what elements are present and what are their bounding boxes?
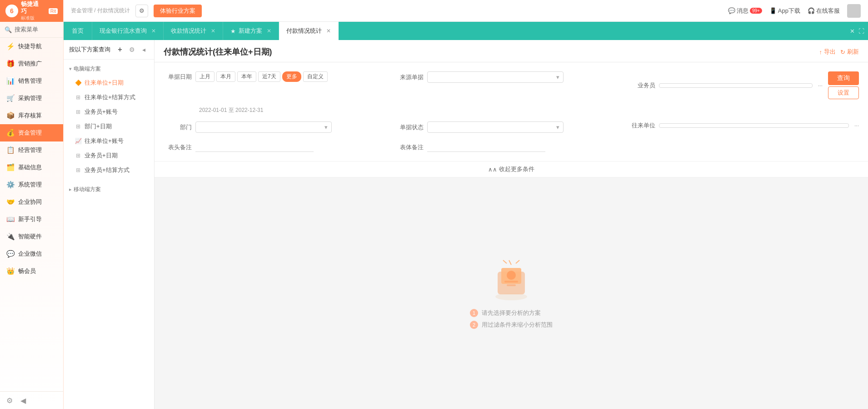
dept-chevron [324, 124, 328, 131]
message-icon: 💬 [728, 7, 735, 14]
date-btn-more[interactable]: 更多 [282, 71, 301, 82]
source-select[interactable] [427, 71, 564, 83]
avatar[interactable] [847, 4, 861, 18]
settings-btn[interactable]: 设置 [828, 86, 859, 99]
date-btn-this-month[interactable]: 本月 [216, 71, 235, 82]
scheme-item-partner-date[interactable]: 🔶 往来单位+日期 [64, 76, 154, 90]
sidebar-item-capital[interactable]: 💰 资金管理 [0, 124, 63, 141]
app-download-btn[interactable]: 📱 App下载 [769, 7, 800, 15]
sidebar-item-wechat[interactable]: 💬 企业微信 [0, 245, 63, 263]
tab-payment-stats[interactable]: 付款情况统计 ✕ [279, 22, 339, 40]
scheme-icon-partner-date: 🔶 [75, 79, 82, 86]
logo-badge: Rit [49, 8, 58, 14]
quick-nav-icon: ⚡ [6, 42, 15, 50]
filter-col-source: 来源单据 [395, 69, 627, 86]
refresh-btn[interactable]: ↻ 刷新 [840, 48, 859, 56]
sidebar-item-quick-nav[interactable]: ⚡ 快捷导航 [0, 38, 63, 55]
tab-new-plan[interactable]: ★ 新建方案 ✕ [223, 22, 279, 40]
panel-collapse-btn[interactable]: ◂ [139, 45, 149, 55]
header-settings-btn[interactable]: ⚙ [135, 5, 148, 17]
date-btn-7days[interactable]: 近7天 [258, 71, 280, 82]
sidebar-item-marketing[interactable]: 🎁 营销推广 [0, 55, 63, 72]
scheme-item-partner-settlement[interactable]: ⊞ 往来单位+结算方式 [64, 90, 154, 105]
sidebar-item-inventory[interactable]: 📦 库存核算 [0, 107, 63, 124]
tab-close-all-btn[interactable]: ✕ [850, 28, 855, 35]
add-scheme-btn[interactable]: + [115, 45, 125, 55]
enterprise-icon: 🤝 [6, 198, 15, 206]
tab-close-cash-flow[interactable]: ✕ [151, 28, 156, 34]
tab-receipt-stats[interactable]: 收款情况统计 ✕ [164, 22, 223, 40]
scheme-item-staff-settlement[interactable]: ⊞ 业务员+结算方式 [64, 163, 154, 177]
logo-text: 畅捷通巧 标准版 [21, 0, 44, 21]
sidebar: 6 畅捷通巧 标准版 Rit 🔍 搜索菜单 ⚡ 快捷导航 🎁 营销推广 📊 销售… [0, 0, 64, 409]
scheme-item-staff-account[interactable]: ⊞ 业务员+账号 [64, 105, 154, 119]
sidebar-item-system[interactable]: ⚙️ 系统管理 [0, 176, 63, 193]
tab-cash-flow[interactable]: 现金银行流水查询 ✕ [92, 22, 164, 40]
staff-ellipsis[interactable]: ··· [818, 82, 823, 89]
scheme-settings-btn[interactable]: ⚙ [127, 45, 137, 55]
main-area: 资金管理 / 付款情况统计 ⚙ 体验行业方案 💬 消息 99+ 📱 App下载 … [64, 0, 868, 409]
right-main: 付款情况统计(往来单位+日期) ↑ 导出 ↻ 刷新 [155, 40, 868, 409]
note-header-input[interactable] [195, 143, 314, 152]
note-body-input[interactable] [427, 143, 545, 152]
date-btn-this-year[interactable]: 本年 [237, 71, 256, 82]
sidebar-item-basic[interactable]: 🗂️ 基础信息 [0, 159, 63, 176]
page-title: 付款情况统计(往来单位+日期) [164, 46, 819, 57]
sidebar-item-guide[interactable]: 📖 新手引导 [0, 211, 63, 228]
sales-icon: 📊 [6, 77, 15, 85]
trial-btn[interactable]: 体验行业方案 [154, 5, 202, 17]
system-icon: ⚙️ [6, 181, 15, 189]
tab-close-new-plan[interactable]: ✕ [267, 28, 271, 34]
date-content: 上月 本月 本年 近7天 更多 自定义 [195, 71, 395, 82]
desktop-group-chevron [69, 66, 72, 72]
export-btn[interactable]: ↑ 导出 [819, 48, 836, 56]
doc-status-chevron [556, 124, 559, 131]
date-btn-last-month[interactable]: 上月 [195, 71, 215, 82]
left-panel-header: 按以下方案查询 + ⚙ ◂ [64, 40, 154, 60]
tab-close-payment[interactable]: ✕ [326, 28, 331, 34]
filter-area: 单据日期 上月 本月 本年 近7天 更多 自定义 [155, 62, 868, 162]
sidebar-settings-btn[interactable]: ⚙ [5, 395, 15, 405]
sidebar-item-operation[interactable]: 📋 经营管理 [0, 141, 63, 159]
desktop-group-title[interactable]: 电脑端方案 [64, 62, 154, 76]
sidebar-collapse-btn[interactable]: ◀ [18, 395, 28, 405]
scheme-icon-staff-date: ⊞ [75, 152, 82, 159]
filter-col-note-body: 表体备注 [395, 140, 627, 155]
search-menu[interactable]: 🔍 搜索菜单 [0, 22, 63, 38]
dept-select[interactable] [195, 121, 332, 133]
logo-icon: 6 [5, 5, 18, 17]
partner-ellipsis[interactable]: ··· [854, 122, 859, 129]
svg-rect-5 [507, 284, 516, 286]
scheme-item-dept-date[interactable]: ⊞ 部门+日期 [64, 119, 154, 134]
sidebar-item-hardware[interactable]: 🔌 智能硬件 [0, 228, 63, 245]
sidebar-item-member[interactable]: 👑 畅会员 [0, 263, 63, 280]
filter-row-1: 单据日期 上月 本月 本年 近7天 更多 自定义 [164, 69, 859, 102]
collapse-btn[interactable]: ∧∧ 收起更多条件 [488, 165, 534, 173]
online-service-btn[interactable]: 🎧 在线客服 [808, 7, 840, 15]
partner-select[interactable] [659, 123, 849, 128]
scheme-icon-staff-settlement: ⊞ [75, 167, 82, 174]
scheme-item-partner-account[interactable]: 📈 往来单位+账号 [64, 134, 154, 148]
header-actions: 💬 消息 99+ 📱 App下载 🎧 在线客服 [728, 4, 861, 18]
doc-status-select[interactable] [427, 121, 564, 133]
scheme-icon-staff-account: ⊞ [75, 108, 82, 116]
sidebar-item-purchase[interactable]: 🛒 采购管理 [0, 90, 63, 107]
dept-label: 部门 [164, 123, 195, 131]
empty-tip-1: 1 请先选择要分析的方案 [470, 309, 553, 317]
date-btn-custom[interactable]: 自定义 [303, 71, 328, 82]
filter-col-note-header: 表头备注 [164, 140, 395, 155]
staff-select[interactable] [659, 83, 813, 88]
empty-tip-2: 2 用过滤条件来缩小分析范围 [470, 321, 553, 329]
tab-home[interactable]: 首页 [64, 22, 92, 40]
tab-expand-btn[interactable]: ⛶ [858, 28, 864, 35]
query-btn[interactable]: 查询 [828, 71, 859, 85]
message-btn[interactable]: 💬 消息 99+ [728, 7, 762, 15]
sidebar-item-sales[interactable]: 📊 销售管理 [0, 72, 63, 90]
mobile-group-title[interactable]: 移动端方案 [64, 183, 154, 196]
filter-row-2: 部门 单据状态 往来单位 [164, 119, 859, 136]
scheme-item-staff-date[interactable]: ⊞ 业务员+日期 [64, 148, 154, 163]
sidebar-item-enterprise[interactable]: 🤝 企业协同 [0, 193, 63, 211]
tab-close-receipt[interactable]: ✕ [211, 28, 215, 34]
scheme-icon-dept-date: ⊞ [75, 123, 82, 130]
collapse-icon: ∧∧ [488, 166, 497, 173]
